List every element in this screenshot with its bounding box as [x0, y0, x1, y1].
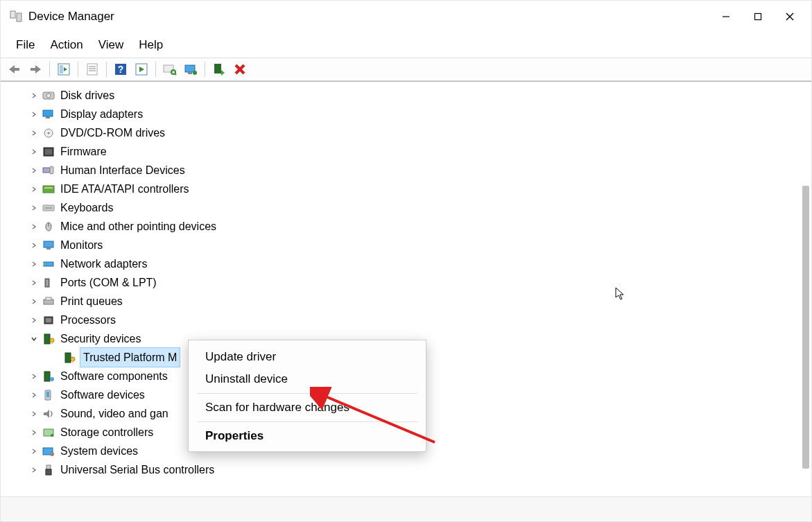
content-area: Disk drivesDisplay adaptersDVD/CD-ROM dr…: [1, 81, 811, 496]
chevron-right-icon[interactable]: [28, 429, 40, 436]
chevron-right-icon[interactable]: [28, 467, 40, 473]
tree-node[interactable]: Disk drives: [6, 86, 797, 105]
scan-hardware-button[interactable]: [160, 60, 180, 79]
svg-rect-3: [755, 14, 761, 20]
tree-node-label[interactable]: Mice and other pointing devices: [59, 217, 218, 236]
tree-node-label[interactable]: IDE ATA/ATAPI controllers: [59, 180, 191, 198]
tree-node-label[interactable]: Software devices: [59, 385, 146, 404]
tree-node[interactable]: Network adapters: [6, 254, 797, 273]
maximize-button[interactable]: [742, 6, 774, 28]
toolbar-sep-4: [155, 62, 156, 77]
chevron-right-icon[interactable]: [28, 186, 40, 193]
tree-node[interactable]: Ports (COM & LPT): [6, 273, 797, 292]
tree-node-label[interactable]: Trusted Platform M: [80, 347, 180, 367]
tree-node-label[interactable]: Print queues: [59, 292, 124, 311]
context-properties[interactable]: Properties: [189, 425, 426, 447]
tree-node-label[interactable]: DVD/CD-ROM drives: [59, 123, 166, 142]
tree-node[interactable]: Mice and other pointing devices: [6, 217, 797, 236]
svg-point-70: [51, 434, 53, 437]
device-tree[interactable]: Disk drivesDisplay adaptersDVD/CD-ROM dr…: [1, 82, 800, 496]
menu-view[interactable]: View: [92, 37, 131, 53]
tree-node[interactable]: Display adapters: [6, 105, 797, 123]
chevron-right-icon[interactable]: [28, 148, 40, 155]
svg-rect-39: [43, 186, 54, 193]
printer-icon: [41, 295, 56, 308]
cpu-icon: [41, 314, 56, 327]
chevron-right-icon[interactable]: [28, 298, 40, 305]
window-controls: [710, 6, 806, 28]
tree-node-label[interactable]: Storage controllers: [59, 423, 155, 442]
properties-button[interactable]: [83, 60, 102, 79]
chevron-down-icon[interactable]: [28, 336, 40, 342]
tree-node-label[interactable]: Human Interface Devices: [59, 161, 187, 180]
tree-node[interactable]: Monitors: [6, 236, 797, 254]
tree-node-label[interactable]: Ports (COM & LPT): [59, 273, 158, 292]
svg-rect-1: [17, 13, 21, 21]
scrollbar-thumb[interactable]: [802, 186, 809, 469]
vertical-scrollbar[interactable]: [800, 82, 811, 496]
tree-node[interactable]: Universal Serial Bus controllers: [6, 460, 797, 479]
svg-rect-46: [44, 241, 53, 247]
tree-node-label[interactable]: Sound, video and gan: [59, 404, 170, 423]
tree-node-label[interactable]: System devices: [59, 442, 139, 460]
tree-node[interactable]: DVD/CD-ROM drives: [6, 123, 797, 142]
update-driver-button[interactable]: [181, 60, 200, 79]
tree-node[interactable]: Processors: [6, 311, 797, 329]
chevron-right-icon[interactable]: [28, 111, 40, 118]
chevron-right-icon[interactable]: [28, 448, 40, 455]
context-scan-hardware[interactable]: Scan for hardware changes: [189, 397, 426, 419]
chevron-right-icon[interactable]: [28, 261, 40, 268]
show-hide-tree-button[interactable]: [54, 60, 74, 79]
chevron-right-icon[interactable]: [28, 317, 40, 324]
chevron-right-icon[interactable]: [28, 167, 40, 174]
svg-rect-47: [46, 247, 51, 250]
chevron-right-icon[interactable]: [28, 242, 40, 249]
back-button[interactable]: [5, 60, 24, 79]
toolbar-sep-1: [49, 62, 50, 77]
device-manager-window: Device Manager File Action View Help: [0, 0, 812, 522]
tree-node-label[interactable]: Keyboards: [59, 198, 115, 217]
tree-node-label[interactable]: Network adapters: [59, 254, 148, 273]
chevron-right-icon[interactable]: [28, 279, 40, 286]
svg-rect-61: [65, 353, 71, 363]
minimize-button[interactable]: [710, 6, 742, 28]
chevron-right-icon[interactable]: [28, 392, 40, 399]
tree-node[interactable]: Firmware: [6, 142, 797, 161]
forward-button[interactable]: [26, 60, 45, 79]
chevron-right-icon[interactable]: [28, 92, 40, 99]
menu-action[interactable]: Action: [43, 37, 89, 53]
tree-node-label[interactable]: Disk drives: [59, 86, 116, 105]
help-button[interactable]: ?: [111, 60, 130, 79]
action-button[interactable]: [132, 60, 151, 79]
svg-rect-49: [43, 263, 44, 265]
svg-rect-22: [185, 65, 195, 72]
toolbar-sep-5: [205, 62, 205, 77]
chevron-right-icon[interactable]: [28, 373, 40, 380]
tree-node-label[interactable]: Display adapters: [59, 105, 144, 123]
svg-point-34: [48, 132, 50, 134]
chevron-right-icon[interactable]: [28, 130, 40, 137]
tree-node-label[interactable]: Universal Serial Bus controllers: [59, 460, 216, 479]
uninstall-device-button[interactable]: [230, 60, 250, 79]
svg-rect-38: [50, 166, 53, 174]
svg-rect-41: [43, 205, 54, 211]
tree-node[interactable]: Keyboards: [6, 198, 797, 217]
tree-node-label[interactable]: Processors: [59, 311, 117, 329]
menu-file[interactable]: File: [9, 37, 42, 53]
chevron-right-icon[interactable]: [28, 223, 40, 230]
keyboard-icon: [41, 202, 56, 214]
tree-node-label[interactable]: Software components: [59, 367, 169, 385]
tree-node-label[interactable]: Firmware: [59, 142, 108, 161]
tree-node[interactable]: Human Interface Devices: [6, 161, 797, 180]
tree-node-label[interactable]: Monitors: [59, 236, 104, 254]
close-button[interactable]: [774, 6, 806, 28]
chevron-right-icon[interactable]: [28, 205, 40, 211]
context-uninstall-device[interactable]: Uninstall device: [189, 368, 426, 390]
tree-node[interactable]: Print queues: [6, 292, 797, 311]
tree-node[interactable]: IDE ATA/ATAPI controllers: [6, 180, 797, 198]
chevron-right-icon[interactable]: [28, 410, 40, 417]
enable-device-button[interactable]: [209, 60, 229, 79]
menu-help[interactable]: Help: [132, 37, 170, 53]
context-update-driver[interactable]: Update driver: [189, 346, 426, 368]
tree-node-label[interactable]: Security devices: [59, 329, 143, 348]
